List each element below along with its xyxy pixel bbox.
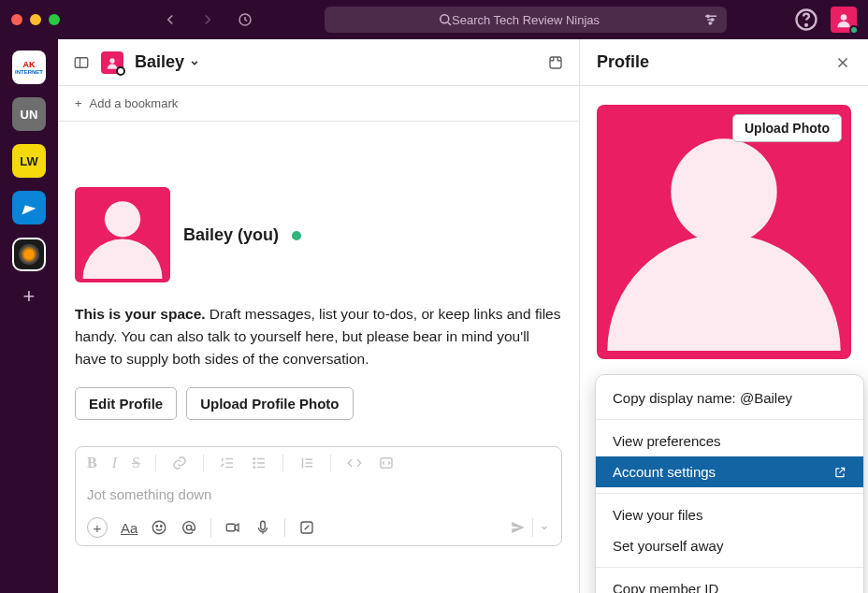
- chat-pane: Bailey + Add a bookmark: [58, 39, 580, 593]
- window-controls: [11, 14, 60, 25]
- svg-point-19: [187, 525, 192, 529]
- menu-view-files[interactable]: View your files: [596, 499, 863, 530]
- profile-context-menu: Copy display name: @Bailey View preferen…: [595, 374, 864, 593]
- workspace-rail: AKINTERNET UN LW +: [0, 39, 58, 593]
- ordered-list-icon[interactable]: [219, 455, 236, 471]
- svg-point-13: [253, 462, 255, 464]
- svg-point-3: [711, 19, 713, 21]
- edit-profile-button[interactable]: Edit Profile: [75, 387, 177, 420]
- filter-icon[interactable]: [702, 11, 719, 28]
- workspace-item-5-active[interactable]: [12, 238, 46, 271]
- menu-view-preferences[interactable]: View preferences: [596, 426, 863, 456]
- minimize-window-button[interactable]: [30, 14, 41, 25]
- svg-point-11: [105, 201, 140, 237]
- svg-rect-21: [261, 521, 266, 529]
- composer-input[interactable]: [76, 479, 561, 510]
- profile-title: Profile: [597, 52, 649, 72]
- message-composer: B I S: [75, 446, 562, 546]
- intro-text: This is your space. Draft messages, list…: [75, 303, 562, 370]
- svg-point-7: [841, 14, 847, 21]
- svg-point-1: [441, 15, 449, 23]
- profile-photo: Upload Photo: [597, 105, 851, 359]
- bookmarks-bar[interactable]: + Add a bookmark: [58, 86, 579, 122]
- history-button[interactable]: [232, 7, 258, 33]
- attach-button[interactable]: +: [87, 517, 108, 538]
- svg-rect-8: [75, 57, 88, 67]
- svg-point-17: [156, 526, 158, 528]
- codeblock-icon[interactable]: [378, 455, 395, 471]
- self-large-avatar: [75, 187, 170, 282]
- svg-point-18: [161, 526, 163, 528]
- italic-icon[interactable]: I: [112, 455, 117, 471]
- mic-icon[interactable]: [254, 519, 271, 536]
- help-button[interactable]: [793, 7, 819, 33]
- plus-icon: +: [75, 96, 82, 110]
- channel-name-button[interactable]: Bailey: [135, 52, 201, 72]
- titlebar: Search Tech Review Ninjas: [0, 0, 868, 39]
- profile-pane: Profile Upload Photo Copy display name: …: [580, 39, 868, 593]
- code-icon[interactable]: [346, 455, 363, 471]
- svg-point-16: [153, 521, 166, 534]
- svg-point-9: [109, 58, 114, 63]
- maximize-window-button[interactable]: [49, 14, 60, 25]
- history-forward-button[interactable]: [195, 7, 221, 33]
- dm-avatar-icon: [101, 51, 123, 74]
- menu-copy-display-name[interactable]: Copy display name: @Bailey: [596, 383, 863, 413]
- close-profile-button[interactable]: [834, 54, 851, 71]
- close-window-button[interactable]: [11, 14, 22, 25]
- search-input[interactable]: Search Tech Review Ninjas: [325, 7, 727, 33]
- search-icon: [437, 11, 454, 28]
- user-avatar[interactable]: [831, 7, 857, 33]
- add-workspace-button[interactable]: +: [23, 284, 36, 309]
- emoji-icon[interactable]: [151, 519, 167, 536]
- svg-rect-10: [550, 57, 561, 68]
- sidebar-toggle-icon[interactable]: [73, 54, 90, 71]
- menu-copy-member-id[interactable]: Copy member ID: [596, 573, 863, 593]
- external-link-icon: [833, 466, 846, 479]
- shortcut-icon[interactable]: [298, 519, 315, 536]
- svg-point-12: [253, 458, 255, 460]
- search-placeholder: Search Tech Review Ninjas: [452, 13, 600, 27]
- strike-icon[interactable]: S: [132, 455, 140, 471]
- workspace-item-3[interactable]: LW: [12, 144, 46, 178]
- format-toggle-icon[interactable]: Aa: [121, 520, 137, 536]
- chevron-down-icon: [188, 56, 201, 69]
- self-name-label: Bailey (you): [183, 225, 279, 244]
- send-icon[interactable]: [510, 519, 527, 536]
- status-active-icon: [849, 25, 859, 35]
- history-back-button[interactable]: [157, 7, 183, 33]
- blockquote-icon[interactable]: [298, 455, 315, 471]
- add-bookmark-label: Add a bookmark: [90, 96, 179, 110]
- menu-set-away[interactable]: Set yourself away: [596, 530, 863, 561]
- menu-account-settings[interactable]: Account settings: [596, 456, 863, 487]
- workspace-item-4[interactable]: [12, 191, 46, 224]
- svg-point-4: [709, 22, 711, 24]
- upload-photo-button[interactable]: Upload Photo: [732, 114, 842, 142]
- upload-profile-photo-button[interactable]: Upload Profile Photo: [186, 387, 353, 420]
- svg-point-2: [707, 15, 709, 17]
- link-icon[interactable]: [171, 455, 188, 471]
- bold-icon[interactable]: B: [87, 455, 97, 471]
- channel-name-label: Bailey: [135, 52, 184, 72]
- bullet-list-icon[interactable]: [251, 455, 268, 471]
- send-options-chevron-icon[interactable]: [539, 522, 550, 533]
- svg-rect-20: [227, 524, 236, 531]
- status-active-icon: [292, 231, 301, 240]
- svg-point-14: [253, 467, 255, 469]
- canvas-icon[interactable]: [547, 54, 564, 71]
- svg-point-6: [805, 24, 807, 26]
- workspace-item-2[interactable]: UN: [12, 97, 46, 131]
- video-icon[interactable]: [224, 519, 241, 536]
- svg-point-23: [671, 138, 776, 244]
- workspace-item-1[interactable]: AKINTERNET: [12, 51, 46, 84]
- mention-icon[interactable]: [181, 519, 197, 536]
